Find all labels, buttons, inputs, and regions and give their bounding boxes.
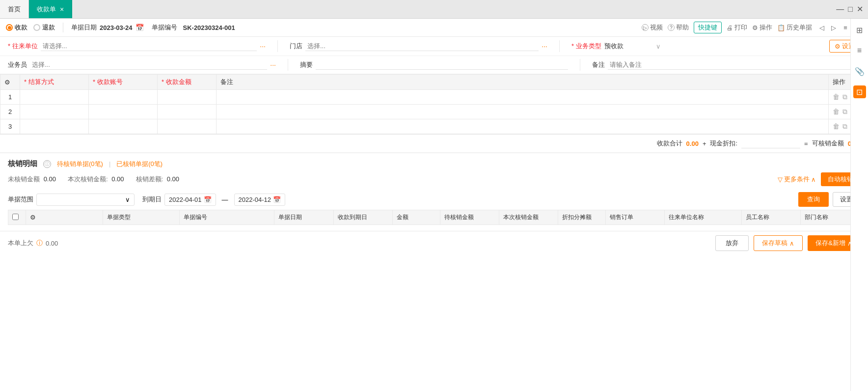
bottom-table: ⚙ 单据类型 单据编号 单据日期 收款到期日 金额 待核销金额 本次核销金额 折… xyxy=(8,210,860,225)
footer: 本单上欠 ⓘ 0.00 放弃 保存草稿 ∧ 保存&新增 ∧ xyxy=(0,231,868,255)
th-checkbox[interactable] xyxy=(8,210,26,225)
th-doc-date: 单据日期 xyxy=(274,210,333,225)
diff-stat: 核销差额: 0.00 xyxy=(136,175,180,184)
partner-input[interactable] xyxy=(41,41,257,51)
bottom-settings-icon[interactable]: ⚙ xyxy=(30,214,36,221)
radio-shoukuan[interactable]: 收款 xyxy=(6,23,27,32)
row-remark-1[interactable] xyxy=(217,90,829,105)
copy-icon-1[interactable]: ⧉ xyxy=(842,93,847,101)
layout-next-icon[interactable]: ▷ xyxy=(829,24,839,31)
row-shoukuan-3[interactable] xyxy=(89,119,158,134)
radio-tuikuan[interactable]: 退款 xyxy=(33,23,55,32)
history-item[interactable]: 📋 历史单据 xyxy=(777,23,812,32)
calendar-end-icon: 📅 xyxy=(273,196,281,203)
minimize-icon[interactable]: — xyxy=(836,5,844,14)
row-amount-1[interactable] xyxy=(158,90,217,105)
row-jiesuan-2[interactable] xyxy=(20,105,89,119)
row-remark-2[interactable] xyxy=(217,105,829,119)
range-select[interactable]: ∨ xyxy=(36,194,135,206)
business-type-select-group: 预收款 ∨ xyxy=(604,42,661,51)
main-area: 收款 退款 单据日期 2023-03-24 📅 单据编号 SK-20230324… xyxy=(0,19,868,391)
sidebar-icon-list[interactable]: ≡ xyxy=(853,44,866,57)
delete-icon-1[interactable]: 🗑 xyxy=(833,93,840,101)
radio-tuikuan-dot xyxy=(33,24,40,31)
maximize-icon[interactable]: □ xyxy=(848,5,853,14)
verify-info-icon[interactable]: ⓘ xyxy=(43,160,51,168)
date-start-picker[interactable]: 2022-04-01 📅 xyxy=(164,194,216,206)
date-field: 单据日期 2023-03-24 📅 xyxy=(71,23,144,32)
staff-more-icon[interactable]: ··· xyxy=(270,61,276,69)
discount-input[interactable] xyxy=(741,139,800,148)
calendar-icon[interactable]: 📅 xyxy=(136,24,144,31)
th-jiesuan: * 结算方式 xyxy=(20,75,89,90)
copy-icon-3[interactable]: ⧉ xyxy=(842,122,847,131)
due-date-field: 到期日 2022-04-01 📅 — 2022-04-12 📅 xyxy=(142,194,285,206)
date-end-picker[interactable]: 2022-04-12 📅 xyxy=(234,194,286,206)
th-bottom-settings[interactable]: ⚙ xyxy=(26,210,103,225)
tab-close-icon[interactable]: × xyxy=(60,5,64,13)
th-remark: 备注 xyxy=(217,75,829,90)
save-draft-button[interactable]: 保存草稿 ∧ xyxy=(754,235,803,251)
save-new-label: 保存&新增 xyxy=(815,239,845,248)
th-staff-name: 员工名称 xyxy=(741,210,800,225)
partner-more-icon[interactable]: ··· xyxy=(260,42,266,50)
staff-field: 业务员 ··· xyxy=(8,60,276,70)
no-label: 单据编号 xyxy=(152,23,177,32)
abandon-button[interactable]: 放弃 xyxy=(715,235,749,251)
verify-pending-tab[interactable]: 待核销单据(0笔) xyxy=(57,160,103,168)
video-item[interactable]: ▷ 视频 xyxy=(642,23,663,32)
sidebar-icon-table[interactable]: ⊞ xyxy=(853,24,866,36)
th-amount: * 收款金额 xyxy=(158,75,217,90)
row-shoukuan-1[interactable] xyxy=(89,90,158,105)
top-toolbar: 收款 退款 单据日期 2023-03-24 📅 单据编号 SK-20230324… xyxy=(0,19,868,37)
form-row-2: 业务员 ··· 摘要 备注 xyxy=(0,56,868,74)
th-partner-name: 往来单位名称 xyxy=(665,210,742,225)
query-button[interactable]: 查询 xyxy=(798,192,829,207)
print-item[interactable]: 🖨 打印 xyxy=(727,23,747,32)
tab-shoukuan[interactable]: 收款单 × xyxy=(29,0,72,18)
row-amount-2[interactable] xyxy=(158,105,217,119)
row-shoukuan-2[interactable] xyxy=(89,105,158,119)
no-value: SK-20230324-001 xyxy=(183,24,235,31)
row-jiesuan-1[interactable] xyxy=(20,90,89,105)
help-item[interactable]: ? 帮助 xyxy=(668,23,689,32)
copy-icon-2[interactable]: ⧉ xyxy=(842,108,847,116)
table-settings-icon[interactable]: ⚙ xyxy=(4,79,10,86)
th-shoukuan-label: * 收款账号 xyxy=(93,78,123,85)
th-remark-label: 备注 xyxy=(220,78,233,85)
th-action-label: 操作 xyxy=(833,78,845,85)
operation-item[interactable]: ⚙ 操作 xyxy=(752,23,772,32)
row-remark-3[interactable] xyxy=(217,119,829,134)
business-type-label: * 业务类型 xyxy=(571,42,601,51)
print-icon: 🖨 xyxy=(727,24,733,31)
layout-prev-icon[interactable]: ◁ xyxy=(817,24,827,31)
close-icon[interactable]: ✕ xyxy=(857,4,863,14)
delete-icon-2[interactable]: 🗑 xyxy=(833,108,840,116)
staff-input[interactable] xyxy=(30,60,267,70)
select-all-checkbox[interactable] xyxy=(12,214,19,220)
summary-input[interactable] xyxy=(316,60,568,70)
th-discount: 折扣分摊额 xyxy=(558,210,605,225)
delete-icon-3[interactable]: 🗑 xyxy=(833,122,840,131)
tab-home[interactable]: 首页 xyxy=(0,0,29,18)
store-input[interactable] xyxy=(305,41,539,51)
range-label: 单据范围 xyxy=(8,195,33,204)
store-more-icon[interactable]: ··· xyxy=(542,42,547,50)
kuaijian-button[interactable]: 快捷键 xyxy=(694,22,722,33)
per-info-icon[interactable]: ⓘ xyxy=(36,239,43,248)
verify-done-tab[interactable]: 已核销单据(0笔) xyxy=(116,160,163,168)
row-jiesuan-3[interactable] xyxy=(20,119,89,134)
layout-list-icon[interactable]: ≡ xyxy=(841,24,850,31)
sidebar-icon-active[interactable]: ⊡ xyxy=(853,85,866,98)
row-amount-3[interactable] xyxy=(158,119,217,134)
chevron-up-icon: ∧ xyxy=(811,176,816,183)
no-field: 单据编号 SK-20230324-001 xyxy=(152,23,235,32)
sidebar-icon-clip[interactable]: 📎 xyxy=(853,65,866,78)
more-conditions-btn[interactable]: ▽ 更多条件 ∧ xyxy=(778,175,816,184)
range-dropdown-icon: ∨ xyxy=(125,196,130,203)
business-type-arrow[interactable]: ∨ xyxy=(656,43,661,50)
this-value: 0.00 xyxy=(111,175,124,183)
note-input[interactable] xyxy=(608,60,860,70)
radio-shoukuan-label: 收款 xyxy=(15,23,27,32)
th-settings[interactable]: ⚙ xyxy=(0,75,20,90)
